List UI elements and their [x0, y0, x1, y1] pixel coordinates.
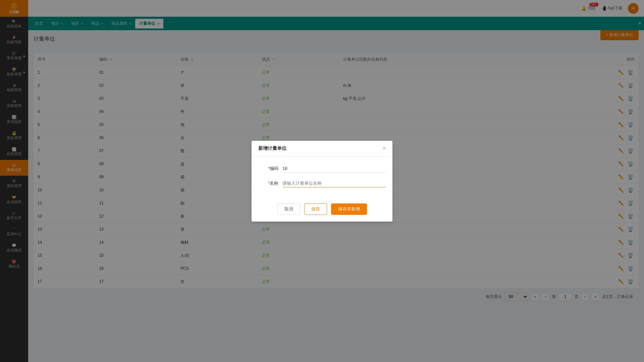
cancel-button[interactable]: 取消 [277, 203, 300, 215]
modal-title: 新增计量单位 [258, 145, 286, 152]
name-input[interactable] [282, 179, 386, 187]
name-label: *名称 [258, 180, 278, 186]
modal-header: 新增计量单位 × [252, 141, 392, 157]
form-item-code: *编码 [258, 165, 386, 173]
modal-overlay[interactable]: 新增计量单位 × *编码 *名称 取消 保存 保存并新增 [0, 0, 644, 362]
save-button[interactable]: 保存 [304, 203, 327, 215]
modal-footer: 取消 保存 保存并新增 [252, 199, 392, 222]
modal-close-button[interactable]: × [383, 145, 386, 152]
code-input[interactable] [282, 165, 386, 173]
modal-body: *编码 *名称 [252, 157, 392, 199]
save-and-new-button[interactable]: 保存并新增 [331, 203, 367, 215]
add-unit-modal: 新增计量单位 × *编码 *名称 取消 保存 保存并新增 [252, 141, 392, 222]
code-label: *编码 [258, 166, 278, 172]
form-item-name: *名称 [258, 179, 386, 187]
